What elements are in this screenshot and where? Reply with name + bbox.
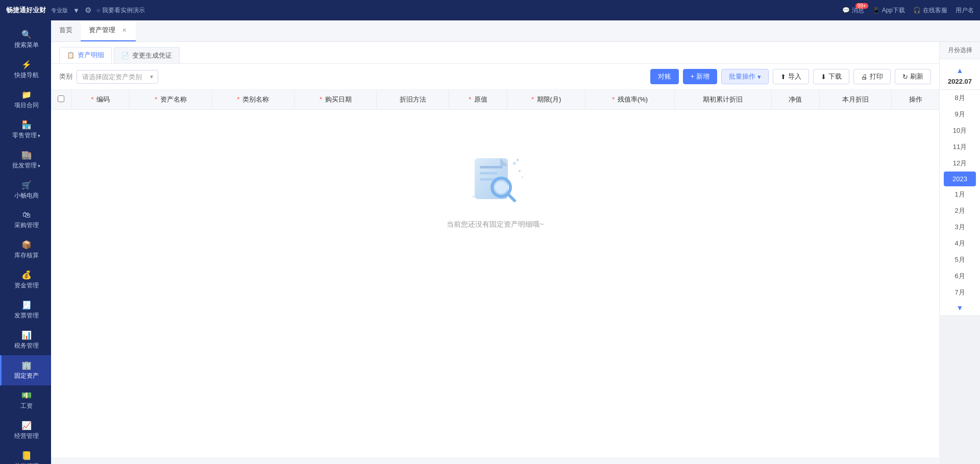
add-button[interactable]: + 新增 <box>683 69 717 84</box>
toolbar-right: 对账 + 新增 批量操作 ▾ ⬆ 导入 ⬇ 下载 <box>650 69 931 84</box>
online-service-btn[interactable]: 🎧 在线客服 <box>913 6 947 15</box>
tab-close-icon[interactable]: ✕ <box>120 27 128 34</box>
batch-button[interactable]: 批量操作 ▾ <box>721 69 769 84</box>
th-code: * 编码 <box>71 90 130 110</box>
sub-tab-voucher-label: 变更生成凭证 <box>132 51 172 60</box>
sidebar-item-wholesale[interactable]: 🏬 批发管理 ▾ <box>0 145 51 175</box>
demo-link[interactable]: ○ 我要看实例演示 <box>96 6 145 15</box>
online-service-label: 在线客服 <box>923 6 947 15</box>
empty-state-cell: ✦ ✦ 当前您还没有固定资产明细哦~ <box>51 110 939 271</box>
sidebar-item-quicknav[interactable]: ⚡ 快捷导航 <box>0 55 51 85</box>
filter-select-wrapper: 请选择固定资产类别 <box>77 70 158 84</box>
user-name[interactable]: 用户名 <box>955 6 974 15</box>
month-list: 8月 9月 10月 11月 12月 2023 1月 2月 3月 4月 5月 6月… <box>940 90 980 301</box>
month-item-10[interactable]: 10月 <box>940 123 980 139</box>
month-item-7[interactable]: 7月 <box>940 284 980 301</box>
month-item-2[interactable]: 2月 <box>940 203 980 219</box>
demo-label: 我要看实例演示 <box>102 6 145 15</box>
svg-point-8 <box>519 170 521 172</box>
sidebar-item-retail[interactable]: 🏪 零售管理 ▾ <box>0 115 51 145</box>
month-item-3[interactable]: 3月 <box>940 219 980 235</box>
sidebar-item-salary[interactable]: 💵 工资 <box>0 385 51 416</box>
month-item-6[interactable]: 6月 <box>940 268 980 284</box>
sidebar-item-inventory[interactable]: 📦 库存核算 <box>0 235 51 265</box>
month-item-11[interactable]: 11月 <box>940 139 980 155</box>
category-select[interactable]: 请选择固定资产类别 <box>77 70 158 84</box>
import-button[interactable]: ⬆ 导入 <box>773 69 809 84</box>
sidebar-item-search[interactable]: 🔍 搜索菜单 <box>0 25 51 55</box>
svg-text:✦: ✦ <box>521 175 524 180</box>
svg-rect-2 <box>480 172 498 175</box>
sidebar-item-ecommerce[interactable]: 🛒 小畅电商 <box>0 175 51 205</box>
sub-tabs: 📋 资产明细 📄 变更生成凭证 <box>51 42 939 64</box>
th-net-value: 净值 <box>771 90 819 110</box>
table-body: ✦ ✦ 当前您还没有固定资产明细哦~ <box>51 110 939 271</box>
th-method: 折旧方法 <box>377 90 449 110</box>
settings-icon[interactable]: ⚙ <box>85 6 91 15</box>
import-label: 导入 <box>788 72 801 81</box>
sidebar-item-project[interactable]: 📁 项目合同 <box>0 85 51 115</box>
import-icon: ⬆ <box>780 73 786 81</box>
month-panel-wrapper: 月份选择 ▲ 2022.07 8月 9月 10月 11月 12月 2023 <box>939 42 980 464</box>
sidebar-ledger-label: 总账管理 <box>14 462 39 464</box>
sub-tab-voucher[interactable]: 📄 变更生成凭证 <box>114 47 180 63</box>
tab-home[interactable]: 首页 <box>51 20 81 41</box>
print-button[interactable]: 🖨 打印 <box>853 69 891 84</box>
table-container: * 编码 * 资产名称 * 类别名称 <box>51 90 939 458</box>
sub-tab-detail-label: 资产明细 <box>78 51 104 60</box>
sidebar-item-ledger[interactable]: 📒 总账管理 <box>0 446 51 464</box>
th-original-value: * 原值 <box>449 90 507 110</box>
sidebar-item-invoice[interactable]: 🧾 发票管理 <box>0 295 51 325</box>
sidebar-item-tax[interactable]: 📊 税务管理 <box>0 325 51 355</box>
sidebar-salary-label: 工资 <box>20 402 33 410</box>
main-content: 📋 资产明细 📄 变更生成凭证 类别 <box>51 42 939 464</box>
headset-icon: 🎧 <box>913 7 921 14</box>
sidebar-assets-label: 固定资产 <box>14 372 39 380</box>
search-icon: 🔍 <box>21 30 32 39</box>
bottom-scrollbar[interactable] <box>51 458 939 464</box>
sidebar-item-assets[interactable]: 🏢 固定资产 <box>0 355 51 385</box>
refresh-label: 刷新 <box>910 72 923 81</box>
sidebar-item-business[interactable]: 📈 经营管理 <box>0 416 51 446</box>
month-item-4[interactable]: 4月 <box>940 235 980 252</box>
svg-line-6 <box>508 194 514 201</box>
ecommerce-icon: 🛒 <box>21 180 32 190</box>
month-item-2023[interactable]: 2023 <box>944 172 976 186</box>
month-next-btn[interactable]: ▼ <box>953 303 967 313</box>
month-item-12[interactable]: 12月 <box>940 155 980 172</box>
sidebar-retail-label: 零售管理 <box>12 131 37 140</box>
month-item-1[interactable]: 1月 <box>940 186 980 203</box>
tab-assets[interactable]: 资产管理 ✕ <box>81 20 136 41</box>
month-item-8[interactable]: 8月 <box>940 90 980 106</box>
refresh-button[interactable]: ↻ 刷新 <box>895 69 931 84</box>
company-dropdown[interactable]: ▼ <box>73 7 80 14</box>
retail-icon: 🏪 <box>21 120 32 130</box>
download-button[interactable]: ⬇ 下载 <box>813 69 849 84</box>
content-wrapper: 📋 资产明细 📄 变更生成凭证 类别 <box>51 42 980 464</box>
app-download-btn[interactable]: 📱 App下载 <box>872 6 905 15</box>
message-icon: 💬 <box>842 7 850 14</box>
empty-row: ✦ ✦ 当前您还没有固定资产明细哦~ <box>51 110 939 271</box>
month-item-9[interactable]: 9月 <box>940 106 980 123</box>
svg-text:✦: ✦ <box>516 157 520 163</box>
sidebar-item-finance[interactable]: 💰 资金管理 <box>0 265 51 295</box>
sidebar-item-purchase[interactable]: 🛍 采购管理 <box>0 205 51 235</box>
month-item-5[interactable]: 5月 <box>940 252 980 268</box>
sidebar-ecommerce-label: 小畅电商 <box>14 191 39 200</box>
select-all-checkbox[interactable] <box>58 95 64 102</box>
svg-point-9 <box>473 196 475 198</box>
invoice-icon: 🧾 <box>21 300 32 310</box>
th-operation: 操作 <box>892 90 939 110</box>
reconcile-button[interactable]: 对账 <box>650 69 679 84</box>
sub-tabs-left: 📋 资产明细 📄 变更生成凭证 <box>59 47 180 63</box>
sub-tab-detail[interactable]: 📋 资产明细 <box>59 47 112 63</box>
chevron-down-icon2: ▾ <box>38 163 40 168</box>
month-nav-bottom: ▼ <box>940 301 980 315</box>
download-icon: ⬇ <box>821 73 826 81</box>
voucher-tab-icon: 📄 <box>121 52 129 59</box>
refresh-icon: ↻ <box>902 73 908 81</box>
th-residual-rate: * 残值率(%) <box>585 90 675 110</box>
message-btn[interactable]: 💬 消息 99+ <box>842 6 864 15</box>
month-prev-btn[interactable]: ▲ <box>953 65 967 76</box>
ledger-icon: 📒 <box>21 451 32 460</box>
